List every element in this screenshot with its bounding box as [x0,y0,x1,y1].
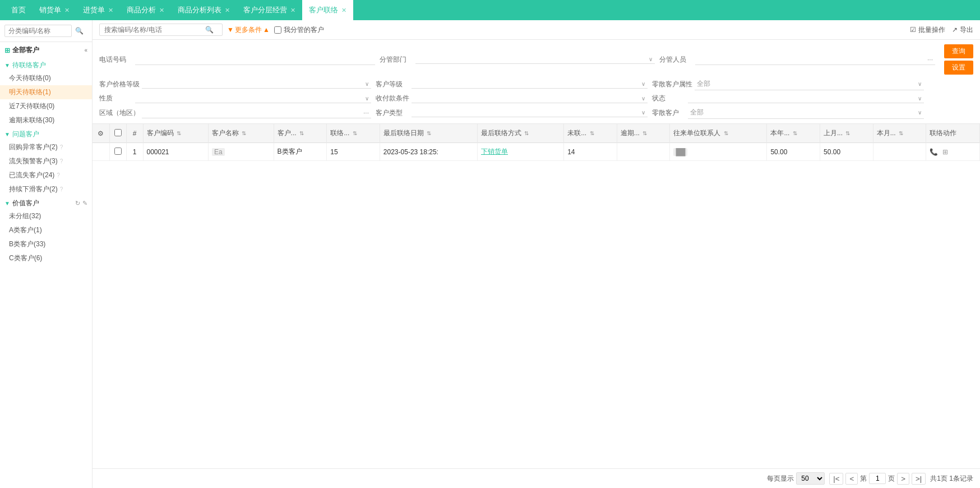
nature-select[interactable]: ∨ [135,94,371,103]
th-unit-contact[interactable]: 往来单位联系人 ⇅ [670,124,767,143]
search-input[interactable] [104,26,205,34]
th-overdue[interactable]: 逾期... ⇅ [617,124,670,143]
chevron-down-icon: ∨ [918,81,922,87]
edit-icon[interactable]: ✎ [82,200,87,207]
sidebar-item-declining[interactable]: 持续下滑客户(2) ? [0,182,92,196]
dept-select[interactable]: ∨ [415,55,655,64]
customer-level-select[interactable]: ∨ [412,80,648,89]
td-last-method[interactable]: 下销货单 [478,143,564,161]
filter-dept: 分管部门 ∨ [380,55,655,65]
th-customer-code[interactable]: 客户编码 ⇅ [143,124,209,143]
chevron-down-icon: ∨ [365,95,369,102]
nav-home[interactable]: 首页 [4,0,33,20]
prev-page-button[interactable]: < [845,473,858,485]
td-unit-contact: ██ [670,143,767,161]
bulk-action-button[interactable]: ☑ 批量操作 [910,25,945,35]
payment-select[interactable]: ∨ [412,94,648,103]
sidebar-item-repurchase-abnormal[interactable]: 回购异常客户(2) ? [0,140,92,154]
query-button[interactable]: 查询 [944,44,973,58]
sidebar-item-class-a[interactable]: A类客户(1) [0,223,92,237]
nav-product-analysis[interactable]: 商品分析 ✕ [120,0,171,20]
td-last-date: 2023-05-23 18:25: [380,143,477,161]
nav-customer-tier[interactable]: 客户分层经营 ✕ [237,0,302,20]
search-icon[interactable]: 🔍 [75,27,84,35]
sidebar-item-7days-pending[interactable]: 近7天待联络(0) [0,99,92,113]
th-customer-type[interactable]: 客户... ⇅ [274,124,327,143]
select-all-checkbox[interactable] [114,129,122,136]
status-select[interactable]: ∨ [688,94,924,103]
th-this-year[interactable]: 本年... ⇅ [767,124,820,143]
filter-person: 分管人员 ··· [659,54,935,65]
th-num: # [126,124,143,143]
close-icon[interactable]: ✕ [225,7,230,14]
sort-icon: ⇅ [899,130,903,136]
sort-icon: ⇅ [724,130,728,136]
sidebar-item-class-c[interactable]: C类客户(6) [0,251,92,265]
sidebar-search-input[interactable] [4,25,72,37]
close-icon[interactable]: ✕ [64,7,70,14]
th-settings[interactable]: ⚙ [93,124,109,143]
nav-purchase-order[interactable]: 进货单 ✕ [76,0,120,20]
close-icon[interactable]: ✕ [341,7,346,14]
more-filter-button[interactable]: ▼ 更多条件 ▲ [227,25,270,35]
nav-customer-contact[interactable]: 客户联络 ✕ [302,0,353,20]
filter-actions: 查询 设置 [944,44,973,75]
customer-type-select[interactable]: ∨ [412,108,648,117]
th-not-contacted[interactable]: 未联... ⇅ [564,124,617,143]
close-icon[interactable]: ✕ [108,7,113,14]
triangle-icon: ▼ [4,200,10,206]
page-number-input[interactable] [869,473,886,484]
close-icon[interactable]: ✕ [159,7,164,14]
price-level-select[interactable]: ∨ [142,80,371,89]
person-select[interactable]: ··· [695,54,935,65]
my-customers-checkbox-label[interactable]: 我分管的客户 [274,25,324,35]
refresh-icon[interactable]: ↻ [75,200,80,207]
sidebar-item-overdue-pending[interactable]: 逾期未联络(30) [0,113,92,127]
td-num: 1 [126,143,143,161]
region-select[interactable]: ··· [142,108,371,118]
first-page-button[interactable]: |< [829,473,843,485]
search-icon[interactable]: 🔍 [205,26,214,34]
th-checkbox[interactable] [109,124,126,143]
close-icon[interactable]: ✕ [290,7,295,14]
export-button[interactable]: ↗ 导出 [952,25,973,35]
grid-action-icon[interactable]: ⊞ [942,148,948,156]
phone-input[interactable] [135,54,375,65]
sidebar-item-today-pending[interactable]: 今天待联络(0) [0,71,92,85]
chevron-down-icon: ∨ [641,95,645,102]
toolbar: 🔍 ▼ 更多条件 ▲ 我分管的客户 ☑ 批量操作 ↗ 导出 [93,20,980,40]
masked-name: Ea [212,148,225,156]
th-customer-name[interactable]: 客户名称 ⇅ [209,124,274,143]
per-page-dropdown[interactable]: 50 100 [796,472,825,485]
footer: 每页显示 50 100 |< < 第 页 > >| 共1页 1条记录 [93,468,980,488]
row-checkbox[interactable] [114,148,122,155]
td-checkbox[interactable] [109,143,126,161]
next-page-button[interactable]: > [897,473,909,485]
sort-icon: ⇅ [177,130,181,136]
retail-attr-select[interactable]: 全部 ∨ [695,78,924,90]
filter-icon: ▼ [227,26,234,34]
retail-customer-select[interactable]: 全部 ∨ [688,107,924,119]
sort-icon: ⇅ [353,130,357,136]
td-last-month: 50.00 [820,143,873,161]
phone-action-icon[interactable]: 📞 [930,148,938,156]
sidebar-item-churn-warning[interactable]: 流失预警客户(3) ? [0,154,92,168]
sidebar-item-ungrouped[interactable]: 未分组(32) [0,209,92,223]
last-method-link[interactable]: 下销货单 [481,148,508,155]
filter-panel: 电话号码 分管部门 ∨ 分管人员 ··· 查询 设置 [93,40,980,124]
nav-sales-order[interactable]: 销货单 ✕ [33,0,76,20]
th-last-contact-date[interactable]: 最后联络日期 ⇅ [380,124,477,143]
th-this-month[interactable]: 本月... ⇅ [873,124,926,143]
sidebar-item-churned[interactable]: 已流失客户(24) ? [0,168,92,182]
settings-button[interactable]: 设置 [944,61,973,75]
sidebar-all-customers[interactable]: ⊞ 全部客户 « [0,42,92,58]
sidebar-item-class-b[interactable]: B类客户(33) [0,237,92,251]
nav-product-analysis-list[interactable]: 商品分析列表 ✕ [171,0,237,20]
th-last-contact-method[interactable]: 最后联络方式 ⇅ [478,124,564,143]
th-last-month[interactable]: 上月... ⇅ [820,124,873,143]
last-page-button[interactable]: >| [912,473,926,485]
th-contact-count[interactable]: 联络... ⇅ [327,124,380,143]
sidebar-item-tomorrow-pending[interactable]: 明天待联络(1) [0,85,92,99]
filter-nature: 性质 ∨ [99,94,371,103]
my-customers-checkbox[interactable] [274,26,281,34]
